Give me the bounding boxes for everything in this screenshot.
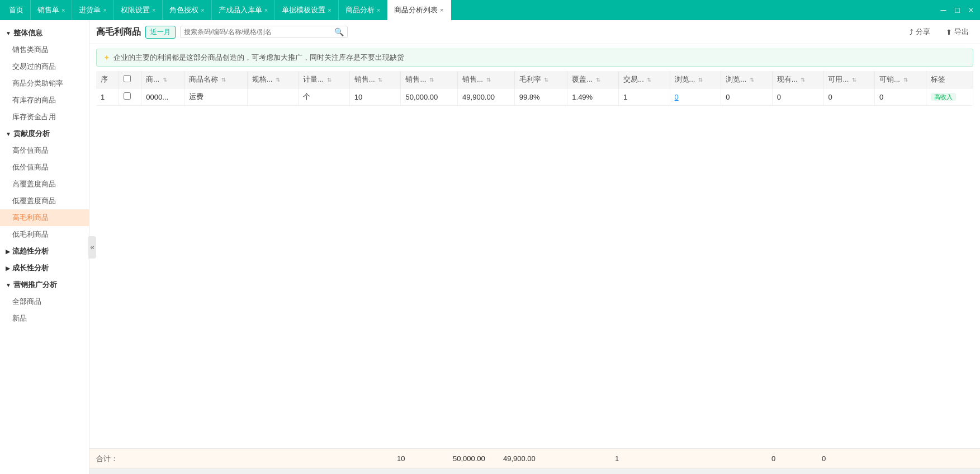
search-icon[interactable]: 🔍	[334, 27, 344, 36]
total-values: 10 50,000.00 49,900.00 1 0 0	[208, 454, 868, 463]
row-checkbox[interactable]	[124, 92, 131, 100]
nav-home[interactable]: 首页	[2, 0, 31, 20]
sort-icon-view2[interactable]: ⇅	[750, 77, 754, 83]
sidebar-group-flow[interactable]: ▶ 流趋性分析	[0, 243, 89, 260]
time-filter-btn[interactable]: 近一月	[145, 26, 176, 39]
total-available: 0	[817, 454, 868, 463]
cell-seq: 1	[96, 88, 119, 106]
cell-sale-amount: 50,000.00	[401, 88, 458, 106]
th-saleable: 可销... ⇅	[875, 71, 926, 88]
sort-icon-gross-margin[interactable]: ⇅	[544, 77, 548, 83]
sidebar-item-low-coverage[interactable]: 低覆盖度商品	[0, 193, 89, 209]
sort-icon-available[interactable]: ⇅	[852, 77, 856, 83]
sidebar-group-growth[interactable]: ▶ 成长性分析	[0, 260, 89, 276]
sidebar-item-in-stock[interactable]: 有库存的商品	[0, 92, 89, 109]
cell-name: 运费	[184, 88, 247, 106]
sidebar-item-low-margin[interactable]: 低毛利商品	[0, 226, 89, 243]
export-btn[interactable]: ⬆ 导出	[941, 25, 973, 39]
data-table: 序 商... ⇅ 商品名称 ⇅	[96, 71, 973, 106]
th-code: 商... ⇅	[141, 71, 184, 88]
sidebar-item-category-rate[interactable]: 商品分类助销率	[0, 75, 89, 92]
th-sale-amount: 销售... ⇅	[401, 71, 458, 88]
sidebar-item-new-goods[interactable]: 新品	[0, 310, 89, 327]
nav-close-finished-goods[interactable]: ×	[264, 7, 268, 13]
total-sale-amount: 50,000.00	[448, 454, 499, 463]
search-input[interactable]	[184, 28, 334, 36]
sort-icon-coverage[interactable]: ⇅	[596, 77, 600, 83]
cell-available: 0	[823, 88, 875, 106]
sidebar-item-high-value[interactable]: 高价值商品	[0, 142, 89, 159]
sort-icon-sale-qty[interactable]: ⇅	[378, 77, 382, 83]
table-row: 1 0000... 运费 个 10 50,000.00 49,900.00 99…	[96, 88, 973, 106]
nav-purchase[interactable]: 进货单 ×	[72, 0, 113, 20]
nav-product-analysis[interactable]: 商品分析 ×	[339, 0, 387, 20]
th-gross-margin: 毛利率 ⇅	[514, 71, 567, 88]
table-header-row: 序 商... ⇅ 商品名称 ⇅	[96, 71, 973, 88]
page-title: 高毛利商品	[96, 26, 141, 38]
footer-total: 合计： 10 50,000.00 49,900.00 1 0 0	[89, 448, 980, 468]
sidebar-item-high-margin[interactable]: 高毛利商品	[0, 209, 89, 226]
sidebar-item-high-coverage[interactable]: 高覆盖度商品	[0, 176, 89, 193]
total-sale-cost: 49,900.00	[499, 454, 549, 463]
th-available: 可用... ⇅	[823, 71, 875, 88]
sort-icon-unit[interactable]: ⇅	[327, 77, 332, 83]
th-view1: 浏览... ⇅	[670, 71, 721, 88]
cell-saleable: 0	[875, 88, 926, 106]
window-close[interactable]: ×	[964, 0, 978, 20]
sort-icon-trade[interactable]: ⇅	[647, 77, 651, 83]
nav-finished-goods[interactable]: 产成品入库单 ×	[212, 0, 275, 20]
sort-icon-current[interactable]: ⇅	[801, 77, 805, 83]
nav-close-sales[interactable]: ×	[61, 7, 65, 13]
cell-checkbox	[119, 88, 141, 106]
cell-code: 0000...	[141, 88, 184, 106]
nav-close-product-analysis-list[interactable]: ×	[440, 7, 443, 13]
header-actions: ⤴ 分享 ⬆ 导出	[905, 25, 973, 39]
th-seq: 序	[96, 71, 119, 88]
nav-close-permissions[interactable]: ×	[152, 7, 155, 13]
sort-icon-view1[interactable]: ⇅	[698, 77, 703, 83]
nav-sales[interactable]: 销售单 ×	[31, 0, 72, 20]
sort-icon-code[interactable]: ⇅	[163, 77, 167, 83]
sidebar-item-traded-goods[interactable]: 交易过的商品	[0, 58, 89, 75]
sidebar-item-low-value[interactable]: 低价值商品	[0, 159, 89, 176]
nav-template[interactable]: 单据模板设置 ×	[275, 0, 338, 20]
cell-sale-qty: 10	[349, 88, 401, 106]
nav-roles[interactable]: 角色授权 ×	[163, 0, 211, 20]
sidebar-group-marketing[interactable]: ▼ 营销推广分析	[0, 276, 89, 293]
nav-close-product-analysis[interactable]: ×	[377, 7, 380, 13]
sidebar-group-overall[interactable]: ▼ 整体信息	[0, 25, 89, 41]
sidebar-item-all-goods[interactable]: 全部商品	[0, 293, 89, 310]
cell-trade: 1	[618, 88, 670, 106]
th-trade: 交易... ⇅	[618, 71, 670, 88]
total-current: 0	[767, 454, 817, 463]
th-coverage: 覆盖... ⇅	[567, 71, 619, 88]
window-maximize[interactable]: □	[950, 0, 964, 20]
nav-product-analysis-list[interactable]: 商品分析列表 ×	[387, 0, 451, 20]
cell-tag: 高收入	[926, 88, 973, 106]
sidebar-item-capital-occupation[interactable]: 库存资金占用	[0, 109, 89, 125]
arrow-flow: ▶	[6, 248, 10, 255]
total-label: 合计：	[96, 454, 208, 464]
sidebar-item-sales-goods[interactable]: 销售类商品	[0, 41, 89, 58]
share-btn[interactable]: ⤴ 分享	[905, 25, 935, 39]
cell-coverage: 1.49%	[567, 88, 619, 106]
sidebar-group-contribution[interactable]: ▼ 贡献度分析	[0, 125, 89, 142]
cell-view2: 0	[721, 88, 773, 106]
sort-icon-sale-cost[interactable]: ⇅	[486, 77, 491, 83]
sort-icon-name[interactable]: ⇅	[221, 77, 226, 83]
sort-icon-sale-amount[interactable]: ⇅	[429, 77, 434, 83]
th-sale-qty: 销售... ⇅	[349, 71, 401, 88]
select-all-checkbox[interactable]	[124, 75, 131, 82]
nav-close-purchase[interactable]: ×	[103, 7, 106, 13]
bottom-scrollbar[interactable]	[89, 468, 980, 474]
view1-link[interactable]: 0	[675, 93, 679, 101]
window-minimize[interactable]: ─	[936, 0, 950, 20]
sidebar-collapse-btn[interactable]: «	[88, 236, 96, 259]
sort-icon-saleable[interactable]: ⇅	[903, 77, 908, 83]
nav-permissions[interactable]: 权限设置 ×	[114, 0, 163, 20]
sort-icon-spec[interactable]: ⇅	[276, 77, 280, 83]
nav-close-roles[interactable]: ×	[201, 7, 204, 13]
cell-unit: 个	[299, 88, 350, 106]
nav-close-template[interactable]: ×	[328, 7, 331, 13]
cell-gross-margin: 99.8%	[514, 88, 567, 106]
